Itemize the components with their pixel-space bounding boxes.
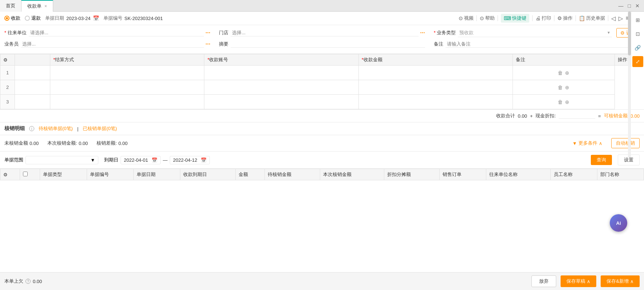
nav-prev-icon[interactable]: ◁ xyxy=(611,15,616,22)
current-amount-th: 本次核销金额 xyxy=(320,169,384,180)
print-btn[interactable]: 🖨 打印 xyxy=(535,15,551,21)
summary-row: 收款合计 0.00 + 现金折扣: = 可核销金额 0.00 xyxy=(0,110,644,122)
counterpart-more-btn[interactable]: ··· xyxy=(205,30,210,36)
counterpart-input[interactable] xyxy=(29,29,204,36)
row-1-remark[interactable] xyxy=(358,66,513,80)
detail-table: ⚙ *结算方式 *收款账号 *收款金额 备注 操作 1 xyxy=(0,54,644,109)
row-1-settlement[interactable] xyxy=(15,66,50,80)
store-more-btn[interactable]: ··· xyxy=(420,30,425,36)
checkbox-col-th[interactable] xyxy=(20,169,40,180)
sidebar-icon-1[interactable]: ⊞ xyxy=(632,15,643,26)
doc-date-th: 单据日期 xyxy=(133,169,180,180)
date-from-input[interactable]: 2022-04-01 📅 xyxy=(121,156,161,164)
radio-refund[interactable]: 退款 xyxy=(25,15,41,21)
tab-close-icon[interactable]: × xyxy=(44,4,47,9)
remark-field: 备注 xyxy=(434,40,640,48)
tab-home[interactable]: 首页 xyxy=(0,0,21,12)
date-from-calendar-icon[interactable]: 📅 xyxy=(152,157,157,163)
total-value: 0.00 xyxy=(518,113,527,119)
print-icon: 🖨 xyxy=(535,15,541,21)
footer-right: 放弃 保存草稿 ∧ 保存&新增 ∧ xyxy=(531,275,640,287)
gear-col-th[interactable]: ⚙ xyxy=(0,169,20,180)
divider6 xyxy=(608,15,608,21)
row-3-account[interactable] xyxy=(50,95,204,109)
nav-next-icon[interactable]: ▷ xyxy=(619,15,623,22)
row-1-account[interactable] xyxy=(50,66,204,80)
done-tab[interactable]: 已核销单据(0笔) xyxy=(83,125,117,132)
minimize-icon[interactable]: — xyxy=(617,2,625,9)
abstract-input[interactable] xyxy=(231,40,425,48)
footer-info-icon[interactable]: ? xyxy=(25,279,31,284)
divider3 xyxy=(532,15,533,21)
verify-info-icon[interactable]: i xyxy=(29,126,34,131)
close-icon[interactable]: ✕ xyxy=(634,2,641,9)
row-2-amount[interactable] xyxy=(204,80,358,95)
staff-more-btn[interactable]: ··· xyxy=(205,41,210,47)
row-2-settlement[interactable] xyxy=(15,80,50,95)
date-to-input[interactable]: 2022-04-12 📅 xyxy=(170,156,210,164)
scrollbar-thumb[interactable] xyxy=(628,12,631,55)
more-conditions-label: 更多条件 xyxy=(578,140,597,146)
row-1-copy-icon[interactable]: ⊕ xyxy=(565,70,569,76)
filter-row: 单据范围 ▼ 到期日 2022-04-01 📅 — 2022-04-12 📅 查 xyxy=(0,152,644,169)
scrollbar[interactable] xyxy=(628,12,631,157)
history-btn[interactable]: 📋 历史单据 xyxy=(579,15,605,21)
row-2-num: 2 xyxy=(0,80,15,95)
row-2-remark[interactable] xyxy=(358,80,513,95)
range-arrow-icon: ▼ xyxy=(90,157,95,163)
store-field: 门店 ··· xyxy=(219,29,425,36)
row-1-amount[interactable] xyxy=(204,66,358,80)
store-input[interactable] xyxy=(231,29,419,36)
save-draft-button[interactable]: 保存草稿 ∧ xyxy=(561,275,596,287)
row-2-copy-icon[interactable]: ⊕ xyxy=(565,85,569,90)
main-content: 收款 退款 单据日期 2023-03-24 📅 单据编号 SK-20230324… xyxy=(0,12,644,290)
sidebar-icon-3[interactable]: 🔗 xyxy=(632,42,643,53)
business-type-label: 业务类型 xyxy=(434,30,456,36)
due-date-label: 到期日 xyxy=(104,157,118,163)
abandon-button[interactable]: 放弃 xyxy=(531,275,556,287)
more-conditions-btn[interactable]: ▼ 更多条件 ∧ xyxy=(572,140,602,146)
toolbar-right: ⊙ 视频 ⊙ 帮助 ⌨ 快捷键 🖨 打印 ⚙ 操作 xyxy=(459,14,640,23)
query-button[interactable]: 查询 xyxy=(591,155,612,165)
operation-btn[interactable]: ⚙ 操作 xyxy=(557,15,573,21)
print-label: 打印 xyxy=(542,15,551,21)
video-btn[interactable]: ⊙ 视频 xyxy=(459,15,474,21)
tab-receipt[interactable]: 收款单 × xyxy=(21,0,53,12)
shortcut-btn[interactable]: ⌨ 快捷键 xyxy=(501,14,529,23)
date-to-calendar-icon[interactable]: 📅 xyxy=(201,157,207,163)
row-2-account[interactable] xyxy=(50,80,204,95)
row-3-settlement[interactable] xyxy=(15,95,50,109)
footer: 本单上欠 ? 0.00 放弃 保存草稿 ∧ 保存&新增 ∧ xyxy=(0,272,644,290)
gear-th[interactable]: ⚙ xyxy=(0,54,15,66)
row-3-delete-icon[interactable]: 🗑 xyxy=(558,99,563,105)
radio-receipt-circle xyxy=(4,16,9,21)
radio-receipt[interactable]: 收款 xyxy=(4,15,20,21)
ai-float-button[interactable]: Ai xyxy=(610,214,627,232)
discount-input[interactable] xyxy=(559,113,595,119)
row-3-copy-icon[interactable]: ⊕ xyxy=(565,99,569,105)
auto-verify-button[interactable]: 自动核销 xyxy=(611,138,640,148)
restore-icon[interactable]: □ xyxy=(627,2,632,9)
row-2-delete-icon[interactable]: 🗑 xyxy=(558,85,563,90)
save-new-button[interactable]: 保存&新增 ∧ xyxy=(601,275,640,287)
verify-stats: 未核销金额 0.00 本次核销金额: 0.00 核销差额: 0.00 ▼ 更多条… xyxy=(0,135,644,152)
row-1-delete-icon[interactable]: 🗑 xyxy=(558,70,563,76)
row-3-amount[interactable] xyxy=(204,95,358,109)
row-3-remark[interactable] xyxy=(358,95,513,109)
sidebar-icon-4[interactable]: ⤢ xyxy=(632,56,643,67)
business-type-select[interactable]: 预收款 ▼ xyxy=(458,29,612,37)
pending-tab[interactable]: 待核销单据(0笔) xyxy=(39,125,73,132)
calendar-icon[interactable]: 📅 xyxy=(93,15,99,21)
operation-label: 操作 xyxy=(563,15,573,21)
business-type-value: 预收款 xyxy=(459,30,607,36)
help-btn[interactable]: ⊙ 帮助 xyxy=(480,15,495,21)
staff-label: 业务员 xyxy=(4,41,19,47)
bottom-table: ⚙ 单据类型 单据编号 单据日期 收款到期日 金额 待核销金额 本次核销金额 折… xyxy=(0,169,644,180)
sidebar-icon-2[interactable]: ⊡ xyxy=(632,28,643,39)
bottom-table-container: ⚙ 单据类型 单据编号 单据日期 收款到期日 金额 待核销金额 本次核销金额 折… xyxy=(0,169,644,272)
select-all-checkbox[interactable] xyxy=(23,172,28,176)
remark-input[interactable] xyxy=(445,40,640,48)
staff-input[interactable] xyxy=(21,40,204,48)
unverified-stat: 未核销金额 0.00 xyxy=(4,140,39,146)
range-select[interactable]: ▼ xyxy=(25,156,98,164)
